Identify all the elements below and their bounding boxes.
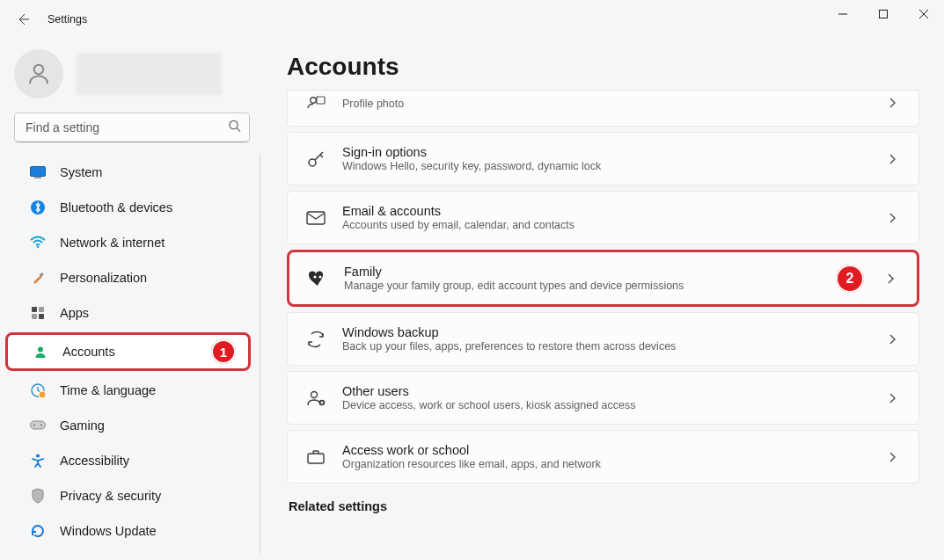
maximize-button[interactable]	[863, 0, 904, 28]
svg-rect-6	[34, 178, 41, 178]
paintbrush-icon	[30, 270, 46, 286]
sidebar-item-time-language[interactable]: Time & language	[5, 373, 251, 408]
svg-point-8	[37, 246, 39, 248]
sidebar-item-windows-update[interactable]: Windows Update	[5, 513, 251, 549]
chevron-right-icon	[885, 98, 901, 108]
card-sign-in-options[interactable]: Sign-in options Windows Hello, security …	[287, 132, 919, 185]
sidebar-item-label: Apps	[60, 306, 89, 320]
card-access-work-school[interactable]: Access work or school Organization resou…	[287, 430, 919, 484]
clock-globe-icon	[30, 382, 46, 398]
card-family[interactable]: Family Manage your family group, edit ac…	[287, 250, 919, 307]
card-email-accounts[interactable]: Email & accounts Accounts used by email,…	[287, 191, 919, 244]
sidebar-item-system[interactable]: System	[5, 155, 251, 190]
card-title: Access work or school	[342, 443, 869, 457]
chevron-right-icon	[883, 273, 899, 284]
card-windows-backup[interactable]: Windows backup Back up your files, apps,…	[287, 312, 919, 366]
svg-point-19	[40, 425, 42, 426]
card-subtitle: Windows Hello, security key, password, d…	[342, 160, 869, 172]
card-your-info[interactable]: Profile photo	[287, 90, 919, 127]
minimize-icon	[838, 10, 847, 18]
maximize-icon	[879, 10, 888, 18]
sidebar-item-accounts[interactable]: Accounts 1	[5, 332, 251, 371]
svg-point-27	[311, 391, 318, 397]
svg-point-2	[34, 65, 44, 75]
profile-photo-icon	[305, 92, 326, 113]
sidebar-item-personalization[interactable]: Personalization	[5, 260, 251, 295]
person-icon	[26, 61, 52, 87]
sidebar-item-label: Bluetooth & devices	[60, 200, 172, 215]
svg-rect-29	[308, 454, 324, 463]
profile-block[interactable]	[0, 49, 264, 113]
card-subtitle: Organization resources like email, apps,…	[342, 458, 869, 470]
sidebar-item-label: Accessibility	[60, 454, 129, 468]
sidebar: System Bluetooth & devices Network & int…	[0, 39, 264, 560]
accounts-icon	[33, 344, 48, 360]
avatar	[14, 49, 63, 98]
svg-point-26	[318, 275, 321, 278]
sidebar-item-label: Windows Update	[60, 524, 157, 538]
apps-icon	[30, 305, 46, 321]
mail-icon	[305, 207, 326, 229]
sidebar-item-label: Time & language	[60, 383, 156, 397]
svg-rect-17	[31, 421, 46, 429]
nav-list: System Bluetooth & devices Network & int…	[0, 155, 260, 553]
chevron-right-icon	[885, 334, 901, 345]
sidebar-item-label: Network & internet	[60, 236, 165, 250]
chevron-right-icon	[885, 154, 901, 164]
svg-rect-13	[39, 314, 44, 319]
chevron-right-icon	[885, 393, 901, 404]
card-subtitle: Profile photo	[342, 98, 869, 110]
card-title: Family	[344, 265, 867, 279]
svg-rect-1	[880, 11, 888, 18]
svg-rect-10	[32, 307, 37, 312]
wifi-icon	[30, 235, 46, 251]
svg-point-23	[309, 159, 316, 166]
sidebar-item-apps[interactable]: Apps	[5, 295, 251, 331]
svg-point-20	[36, 455, 40, 458]
chevron-right-icon	[885, 452, 901, 462]
search-box[interactable]	[14, 113, 250, 142]
card-subtitle: Device access, work or school users, kio…	[342, 399, 869, 411]
minimize-button[interactable]	[823, 0, 863, 28]
window-controls	[823, 0, 944, 28]
sidebar-item-label: Accounts	[62, 345, 115, 359]
sidebar-item-bluetooth[interactable]: Bluetooth & devices	[5, 190, 251, 225]
sidebar-item-gaming[interactable]: Gaming	[5, 408, 251, 443]
profile-name-redacted	[76, 53, 222, 95]
family-heart-icon	[307, 268, 328, 289]
svg-rect-5	[31, 167, 46, 177]
search-input[interactable]	[14, 113, 250, 142]
svg-rect-11	[39, 307, 44, 312]
sidebar-item-label: Personalization	[60, 271, 147, 285]
shield-icon	[30, 488, 46, 504]
card-subtitle: Accounts used by email, calendar, and co…	[342, 219, 869, 231]
card-other-users[interactable]: Other users Device access, work or schoo…	[287, 371, 919, 425]
update-icon	[30, 523, 46, 539]
card-subtitle: Back up your files, apps, preferences to…	[342, 340, 869, 353]
briefcase-icon	[305, 447, 326, 468]
annotation-badge-1: 1	[211, 339, 236, 364]
sidebar-item-privacy[interactable]: Privacy & security	[5, 478, 251, 513]
svg-rect-24	[307, 212, 325, 224]
card-title: Other users	[342, 384, 869, 398]
back-button[interactable]	[11, 7, 35, 32]
svg-rect-12	[32, 314, 37, 319]
svg-point-14	[38, 347, 43, 353]
svg-point-18	[33, 425, 35, 426]
svg-point-25	[313, 275, 316, 278]
accessibility-icon	[30, 453, 46, 469]
close-icon	[919, 10, 928, 18]
bluetooth-icon	[30, 200, 46, 215]
svg-point-16	[39, 391, 46, 398]
title-bar: Settings	[0, 0, 944, 39]
svg-point-21	[311, 98, 316, 103]
sidebar-item-label: System	[60, 165, 102, 179]
page-title: Accounts	[287, 53, 919, 81]
sidebar-item-accessibility[interactable]: Accessibility	[5, 443, 251, 478]
main-content: Accounts Profile photo Sign-in options W…	[264, 39, 944, 560]
close-button[interactable]	[904, 0, 944, 28]
card-title: Email & accounts	[342, 204, 869, 218]
backup-sync-icon	[305, 329, 326, 350]
sidebar-item-network[interactable]: Network & internet	[5, 225, 251, 260]
svg-rect-22	[317, 97, 325, 104]
